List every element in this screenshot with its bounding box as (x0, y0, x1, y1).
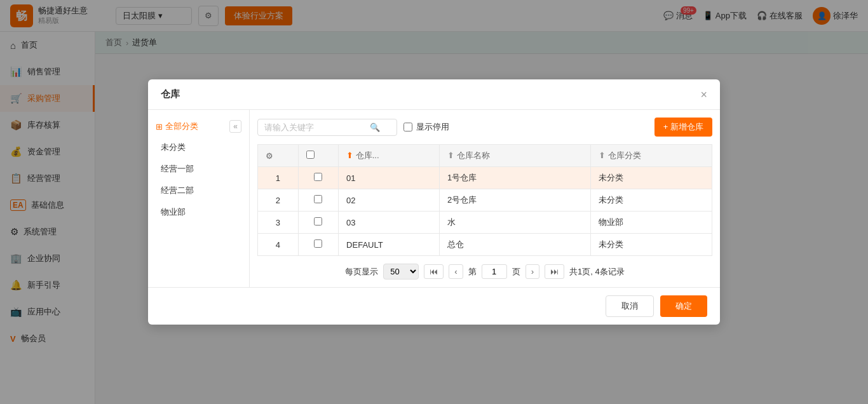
cancel-button[interactable]: 取消 (606, 295, 654, 317)
row-category: 未分类 (591, 167, 712, 189)
sort-icon3: ⬆ (599, 151, 606, 160)
row-num: 1 (258, 167, 299, 189)
row-checkbox[interactable] (314, 239, 322, 248)
row-num: 2 (258, 189, 299, 212)
row-name: 1号仓库 (439, 167, 590, 189)
table-row[interactable]: 3 03 水 物业部 (258, 212, 712, 234)
warehouse-modal: 仓库 × ⊞ 全部分类 « 未分类 经营一部 经营二部 物业部 (148, 79, 720, 325)
category-header: ⊞ 全部分类 « (148, 116, 249, 137)
prev-page-button[interactable]: ‹ (449, 264, 463, 279)
row-code: 03 (339, 212, 440, 234)
row-checkbox[interactable] (314, 173, 322, 181)
modal-overlay: 仓库 × ⊞ 全部分类 « 未分类 经营一部 经营二部 物业部 (0, 0, 868, 404)
row-check (298, 189, 339, 212)
category-title: ⊞ 全部分类 (156, 121, 198, 132)
per-page-select[interactable]: 50 20 100 (383, 264, 419, 279)
category-item-property[interactable]: 物业部 (148, 201, 249, 223)
col-header-settings: ⚙ (258, 145, 299, 167)
row-name: 总仓 (439, 234, 590, 256)
modal-close-button[interactable]: × (700, 89, 707, 100)
row-category: 未分类 (591, 189, 712, 212)
table-row[interactable]: 4 DEFAULT 总仓 未分类 (258, 234, 712, 256)
table-row[interactable]: 1 01 1号仓库 未分类 (258, 167, 712, 189)
total-info: 共1页, 4条记录 (569, 266, 625, 278)
search-icon: 🔍 (370, 123, 380, 132)
row-num: 3 (258, 212, 299, 234)
page-suffix: 页 (512, 266, 520, 278)
search-input[interactable] (264, 123, 366, 132)
page-label: 第 (468, 266, 477, 278)
show-disabled-checkbox[interactable] (403, 123, 412, 131)
modal-body: ⊞ 全部分类 « 未分类 经营一部 经营二部 物业部 🔍 (148, 110, 720, 287)
modal-header: 仓库 × (148, 79, 720, 110)
row-check (298, 212, 339, 234)
table-container: ⚙ ⬆ 仓库... ⬆ (257, 144, 712, 256)
last-page-button[interactable]: ⏭ (545, 264, 564, 279)
page-input[interactable] (482, 264, 507, 279)
row-checkbox[interactable] (314, 195, 322, 203)
row-check (298, 167, 339, 189)
row-code: 02 (339, 189, 440, 212)
category-item-unclassified[interactable]: 未分类 (148, 137, 249, 158)
col-header-category: ⬆ 仓库分类 (591, 145, 712, 167)
next-page-button[interactable]: › (526, 264, 539, 279)
show-disabled-label: 显示停用 (403, 121, 449, 133)
per-page-label: 每页显示 (345, 266, 378, 278)
row-check (298, 234, 339, 256)
sort-icon2: ⬆ (447, 151, 454, 160)
table-toolbar: 🔍 显示停用 + 新增仓库 (257, 118, 712, 137)
add-warehouse-button[interactable]: + 新增仓库 (654, 118, 712, 137)
search-box: 🔍 (257, 119, 397, 136)
grid-icon: ⊞ (156, 122, 163, 131)
category-item-ops1[interactable]: 经营一部 (148, 158, 249, 180)
modal-footer: 取消 确定 (148, 287, 720, 325)
sort-icon: ⬆ (346, 151, 353, 160)
settings-icon: ⚙ (266, 151, 273, 161)
warehouse-table: ⚙ ⬆ 仓库... ⬆ (257, 144, 712, 256)
row-category: 未分类 (591, 234, 712, 256)
row-code: DEFAULT (339, 234, 440, 256)
first-page-button[interactable]: ⏮ (424, 264, 444, 279)
table-panel: 🔍 显示停用 + 新增仓库 ⚙ (250, 110, 720, 287)
confirm-button[interactable]: 确定 (660, 295, 707, 317)
row-checkbox[interactable] (314, 217, 322, 226)
select-all-checkbox[interactable] (306, 151, 315, 159)
collapse-button[interactable]: « (229, 120, 241, 133)
row-code: 01 (339, 167, 440, 189)
row-name: 水 (439, 212, 590, 234)
modal-title: 仓库 (161, 88, 180, 100)
table-row[interactable]: 2 02 2号仓库 未分类 (258, 189, 712, 212)
category-panel: ⊞ 全部分类 « 未分类 经营一部 经营二部 物业部 (148, 110, 250, 287)
category-item-ops2[interactable]: 经营二部 (148, 180, 249, 201)
col-header-code: ⬆ 仓库... (339, 145, 440, 167)
row-name: 2号仓库 (439, 189, 590, 212)
pagination-bar: 每页显示 50 20 100 ⏮ ‹ 第 页 › ⏭ 共1页, 4条记录 (257, 264, 712, 279)
row-category: 物业部 (591, 212, 712, 234)
col-header-check (298, 145, 339, 167)
col-header-name: ⬆ 仓库名称 (439, 145, 590, 167)
row-num: 4 (258, 234, 299, 256)
